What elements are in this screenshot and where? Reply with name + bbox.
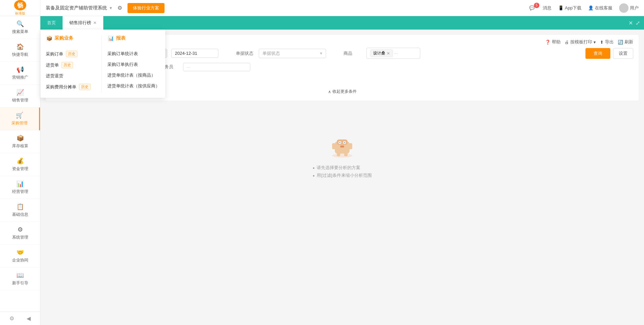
export-label: 导出	[605, 39, 614, 45]
sidebar-item-operations[interactable]: 📊 经营管理	[0, 176, 40, 199]
menu-item-purchase-order-label: 采购订单	[46, 51, 63, 57]
sidebar-item-label: 采购管理	[11, 120, 28, 126]
logo-icon: 畅	[14, 0, 26, 10]
home-icon: 🏠	[16, 43, 24, 50]
sidebar-collapse-icon[interactable]: ◀	[27, 315, 31, 322]
finance-icon: 💰	[16, 157, 24, 165]
query-button[interactable]: 查询	[585, 48, 610, 59]
svg-rect-8	[332, 143, 335, 149]
sidebar-item-finance[interactable]: 💰 资金管理	[0, 153, 40, 176]
sidebar-item-purchase[interactable]: 🛒 采购管理	[0, 108, 40, 130]
help-button[interactable]: ❓ 帮助	[545, 39, 561, 45]
goods-tag-close-icon[interactable]: ✕	[387, 51, 390, 56]
system-dropdown-arrow[interactable]: ▾	[110, 5, 112, 10]
nav-tabs-right: ✕ ⤢	[629, 20, 644, 26]
sidebar-item-search[interactable]: 🔍 搜索菜单	[0, 16, 40, 39]
report-section: 📊 报表 采购订单统计表 采购订单执行表 进货单统计表（按商品） 进货单统计表（…	[107, 35, 160, 92]
salesperson-input-wrap[interactable]: ···	[183, 63, 250, 71]
app-download-item[interactable]: 📱 App下载	[558, 5, 581, 11]
system-settings-icon[interactable]: ⚙	[117, 5, 122, 11]
menu-item-returns[interactable]: 进货退货	[46, 71, 96, 81]
settings-button[interactable]: 设置	[613, 48, 633, 59]
online-service-label: 在线客服	[595, 5, 612, 11]
print-icon: 🖨	[565, 40, 569, 45]
sidebar-item-label: 新手引导	[12, 280, 28, 286]
sidebar-item-label: 快捷导航	[12, 52, 28, 57]
svg-rect-7	[340, 146, 344, 148]
industry-button[interactable]: 体验行业方案	[128, 3, 165, 13]
sidebar-item-quick-nav[interactable]: 🏠 快捷导航	[0, 39, 40, 62]
system-icon: ⚙	[17, 226, 23, 233]
salesperson-ellipsis: ···	[187, 65, 247, 70]
empty-illustration	[325, 131, 359, 158]
menu-item-returns-label: 进货退货	[46, 73, 63, 79]
svg-rect-10	[337, 153, 340, 156]
sidebar-item-sales[interactable]: 📈 销售管理	[0, 85, 40, 108]
print-button[interactable]: 🖨 按模板打印 ▾	[565, 39, 596, 45]
history-badge-1: 历史	[62, 62, 73, 68]
menu-item-order-stats[interactable]: 采购订单统计表	[107, 48, 160, 59]
sidebar-item-enterprise[interactable]: 🤝 企业协同	[0, 245, 40, 268]
system-title: 装备及固定资产辅助管理系统	[46, 5, 107, 11]
sidebar-item-basic-info[interactable]: 📋 基础信息	[0, 199, 40, 222]
refresh-icon: 🔄	[618, 40, 623, 45]
help-label: 帮助	[552, 39, 561, 45]
service-icon: 👤	[588, 5, 594, 10]
sidebar-logo: 畅 标准版	[0, 0, 40, 16]
sidebar-item-label: 销售管理	[12, 97, 28, 103]
sidebar: 畅 标准版 🔍 搜索菜单 🏠 快捷导航 📢 营销推广 📈 销售管理 🛒 采购管理…	[0, 0, 40, 325]
menu-item-inbound-stats-goods[interactable]: 进货单统计表（按商品）	[107, 70, 160, 81]
svg-point-6	[344, 142, 345, 143]
goods-label: 商品	[344, 50, 364, 56]
purchase-dropdown-menu: 📦 采购业务 采购订单 历史 进货单 历史 进货退货 采购费用分摊单 历史 📊 …	[40, 30, 165, 98]
tab-close-all-icon[interactable]: ✕	[629, 20, 633, 26]
sidebar-item-label: 系统管理	[12, 235, 28, 240]
purchase-section-icon: 📦	[46, 35, 52, 42]
menu-item-order-exec[interactable]: 采购订单执行表	[107, 59, 160, 70]
goods-input-wrap[interactable]: 设计桑 ✕ ···	[366, 48, 420, 59]
user-item[interactable]: 用户	[619, 3, 639, 13]
goods-tag: 设计桑 ✕	[370, 49, 393, 57]
sidebar-item-guide[interactable]: 📖 新手引导	[0, 268, 40, 290]
search-icon: 🔍	[16, 20, 24, 28]
guide-icon: 📖	[16, 272, 24, 279]
export-button[interactable]: ⬆ 导出	[600, 39, 614, 45]
svg-rect-9	[349, 143, 352, 149]
inventory-icon: 📦	[16, 134, 24, 142]
online-service-item[interactable]: 👤 在线客服	[588, 5, 612, 11]
menu-item-inbound-stats-supplier[interactable]: 进货单统计表（按供应商）	[107, 81, 160, 91]
help-icon: ❓	[545, 40, 550, 45]
report-section-title: 📊 报表	[107, 35, 160, 44]
purchase-section: 📦 采购业务 采购订单 历史 进货单 历史 进货退货 采购费用分摊单 历史	[46, 35, 96, 92]
tab-home[interactable]: 首页	[40, 16, 63, 30]
tab-expand-icon[interactable]: ⤢	[636, 20, 640, 26]
refresh-button[interactable]: 🔄 刷新	[618, 39, 633, 45]
app-download-label: App下载	[565, 5, 581, 11]
empty-hints: 请先选择要分析的方案 用[过滤]条件来缩小分析范围	[313, 164, 371, 179]
top-header: 装备及固定资产辅助管理系统 ▾ ⚙ 体验行业方案 💬 5 消息 📱 App下载 …	[40, 0, 644, 16]
menu-item-purchase-order[interactable]: 采购订单 历史	[46, 48, 96, 59]
menu-item-order-exec-label: 采购订单执行表	[107, 62, 138, 68]
doc-status-filter: 单据状态 单据状态 ▾	[236, 49, 326, 58]
date-range-end[interactable]	[171, 49, 218, 58]
message-item[interactable]: 💬 5 消息	[529, 5, 551, 11]
svg-point-5	[339, 142, 341, 143]
tab-home-label: 首页	[47, 20, 56, 26]
sidebar-item-marketing[interactable]: 📢 营销推广	[0, 62, 40, 85]
sidebar-item-label: 企业协同	[12, 257, 28, 263]
menu-item-expense[interactable]: 采购费用分摊单 历史	[46, 81, 96, 92]
sidebar-item-system[interactable]: ⚙ 系统管理	[0, 222, 40, 245]
menu-item-inbound-stats-goods-label: 进货单统计表（按商品）	[107, 72, 155, 78]
doc-status-input-wrap[interactable]: 单据状态 ▾	[259, 49, 326, 58]
sidebar-items: 🔍 搜索菜单 🏠 快捷导航 📢 营销推广 📈 销售管理 🛒 采购管理 📦 库存核…	[0, 16, 40, 312]
sidebar-item-label: 经营管理	[12, 189, 28, 195]
sidebar-item-inventory[interactable]: 📦 库存核算	[0, 130, 40, 153]
basic-info-icon: 📋	[16, 203, 24, 210]
enterprise-icon: 🤝	[16, 249, 24, 256]
tab-close-icon[interactable]: ✕	[93, 21, 97, 25]
tab-sales-rank[interactable]: 销售排行榜 ✕	[63, 16, 103, 30]
sidebar-item-label: 营销推广	[12, 75, 28, 80]
menu-item-inbound[interactable]: 进货单 历史	[46, 59, 96, 71]
menu-item-expense-label: 采购费用分摊单	[46, 84, 76, 90]
sidebar-settings-icon[interactable]: ⚙	[9, 315, 14, 322]
